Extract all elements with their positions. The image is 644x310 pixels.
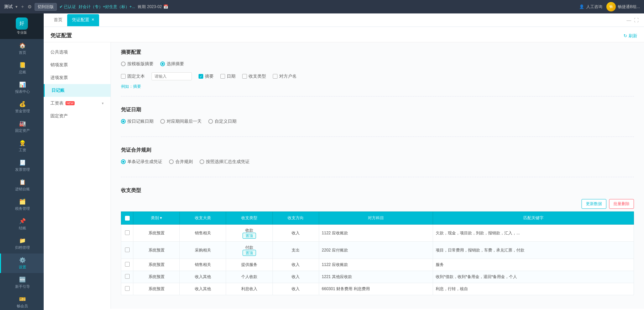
settings-icon: ⚙️ <box>19 257 26 263</box>
fixed-text-input[interactable] <box>152 72 192 80</box>
member-icon: 🎫 <box>19 296 26 302</box>
sidebar-item-tax[interactable]: 🗂️ 税务管理 <box>0 195 44 215</box>
home-icon: 🏠 <box>19 42 26 49</box>
left-nav-journal[interactable]: 日记账 <box>44 84 111 97</box>
sidebar: 好 专业版 🏠 首页 📒 总账 📊 报表中心 💰 资金管理 🏭 固定资产 👷 工… <box>0 13 44 310</box>
sidebar-item-settings[interactable]: ⚙️ 设置 <box>0 254 44 273</box>
example-text: 例如：摘要 <box>121 84 634 89</box>
th-select-all[interactable]: ✓ <box>121 212 133 225</box>
row-checkbox[interactable] <box>121 225 133 242</box>
sidebar-item-archive[interactable]: 📁 归档管理 <box>0 234 44 254</box>
top-tag-button[interactable]: 置顶 <box>243 233 256 239</box>
sidebar-item-label: 税务管理 <box>15 206 30 211</box>
radio-single-record[interactable]: 单条记录生成凭证 <box>121 159 162 165</box>
checkbox-box <box>121 74 126 79</box>
left-nav-sales-invoice[interactable]: 销项发票 <box>44 59 111 71</box>
calendar-icon[interactable]: 📅 <box>163 4 168 9</box>
config-layout: 公共选项 销项发票 进项发票 日记账 工资表 NEW ▾ <box>44 42 644 309</box>
left-nav-fixed-assets[interactable]: 固定资产 <box>44 110 111 122</box>
row-checkbox[interactable] <box>121 283 133 295</box>
table-row: 系统预置 收入其他 利息收入 收入 660301 财务费用 利息费用 利息，行转… <box>121 283 634 295</box>
table-header-row: ✓ 类别 ▾ 收支大类 收支类型 收支方向 对方科目 匹配关键字 <box>121 212 634 225</box>
sidebar-item-fund[interactable]: 💰 资金管理 <box>0 98 44 117</box>
radio-merge-rule[interactable]: 合并规则 <box>169 159 193 165</box>
checkbox-counterparty[interactable]: 对方户名 <box>273 73 297 79</box>
help-btn[interactable]: 👤 人工咨询 <box>579 4 602 10</box>
radio-circle-checked <box>121 159 126 164</box>
sidebar-item-label: 首页 <box>19 50 26 55</box>
switch-version-button[interactable]: 切到旧版 <box>35 3 57 11</box>
td-direction: 收入 <box>272 259 319 271</box>
tab-minimize-button[interactable]: — <box>627 17 631 23</box>
update-data-button[interactable]: 更新数据 <box>582 199 606 209</box>
checkbox-summary[interactable]: ✓ 摘要 <box>199 73 214 79</box>
refresh-button[interactable]: ↻ 刷新 <box>624 33 637 39</box>
checkbox-fixed-text[interactable]: 固定文本 <box>121 73 145 79</box>
service-icon: 👤 <box>579 4 584 9</box>
sidebar-item-fixed-assets[interactable]: 🏭 固定资产 <box>0 117 44 137</box>
radio-custom-date[interactable]: 自定义日期 <box>208 118 237 124</box>
sidebar-item-close-account[interactable]: 📌 结账 <box>0 215 44 234</box>
left-nav-purchase-invoice[interactable]: 进项发票 <box>44 71 111 84</box>
left-nav-payroll[interactable]: 工资表 NEW ▾ <box>44 97 111 110</box>
row-checkbox[interactable] <box>121 259 133 271</box>
tab-voucher-config[interactable]: 凭证配置 ✕ <box>67 14 99 26</box>
sidebar-item-home[interactable]: 🏠 首页 <box>0 39 44 59</box>
summary-radio-group: 按模板版摘要 选择摘要 <box>121 61 634 67</box>
tab-bar: 首页 凭证配置 ✕ — ⛶ <box>44 13 644 27</box>
checkbox-income-type[interactable]: 收支类型 <box>242 73 266 79</box>
th-type: 收支类型 <box>226 212 272 225</box>
fund-icon: 💰 <box>19 101 26 107</box>
dropdown-arrow-icon[interactable]: ▾ <box>15 4 17 9</box>
td-direction: 收入 <box>272 225 319 242</box>
td-type: 收款 置顶 <box>226 225 272 242</box>
tab-close-icon[interactable]: ✕ <box>91 17 94 22</box>
batch-delete-button[interactable]: 批量删除 <box>609 199 634 209</box>
top-tag-button[interactable]: 置顶 <box>243 250 256 256</box>
merge-radio-group: 单条记录生成凭证 合并规则 按照选择汇总生成凭证 <box>121 159 634 165</box>
add-icon[interactable]: ＋ <box>20 4 25 10</box>
logo-text: 专业版 <box>17 30 27 35</box>
tab-maximize-button[interactable]: ⛶ <box>634 17 639 23</box>
sidebar-item-member[interactable]: 🎫 畅会员 <box>0 293 44 310</box>
td-major-type: 销售相关 <box>180 225 226 242</box>
td-category: 系统预置 <box>133 259 180 271</box>
table-row: 系统预置 收入其他 个人收款 收入 1221 其他应收款 收到*借款，收到*备用… <box>121 271 634 283</box>
page-title: 凭证配置 <box>50 32 72 39</box>
row-checkbox[interactable] <box>121 242 133 259</box>
left-nav-public[interactable]: 公共选项 <box>44 46 111 59</box>
radio-template-summary[interactable]: 按模板版摘要 <box>121 61 154 67</box>
td-account: 1122 应收账款 <box>319 259 433 271</box>
sidebar-item-salary[interactable]: 👷 工资 <box>0 137 44 156</box>
table-row: 系统预置 销售相关 提供服务 收入 1122 应收账款 服务 <box>121 259 634 271</box>
sidebar-item-label: 发票管理 <box>15 167 30 172</box>
th-keywords: 匹配关键字 <box>433 212 634 225</box>
tab-home[interactable]: 首页 <box>49 14 67 26</box>
th-category: 类别 ▾ <box>133 212 180 225</box>
sidebar-item-guide[interactable]: 🆕 新手引导 <box>0 273 44 293</box>
user-info[interactable]: 畅 畅捷通B组... <box>606 2 640 11</box>
radio-circle-checked <box>121 119 126 124</box>
sidebar-item-ledger[interactable]: 📒 总账 <box>0 59 44 78</box>
row-checkbox[interactable] <box>121 271 133 283</box>
radio-select-summary[interactable]: 选择摘要 <box>160 61 184 67</box>
radio-journal-date[interactable]: 按日记账日期 <box>121 118 154 124</box>
td-major-type: 销售相关 <box>180 259 226 271</box>
radio-circle <box>169 159 174 164</box>
sidebar-item-reports[interactable]: 📊 报表中心 <box>0 78 44 98</box>
top-bar-right: 👤 人工咨询 畅 畅捷通B组... <box>579 2 640 11</box>
income-expense-section: 收支类型 更新数据 批量删除 ✓ 类别 ▾ <box>121 187 634 295</box>
account-info: 好会计（专）+好生意（标）+... <box>79 4 135 10</box>
td-keywords: 利息，行转，核自 <box>433 283 634 295</box>
sidebar-item-invoice[interactable]: 🧾 发票管理 <box>0 156 44 176</box>
voucher-date-title: 凭证日期 <box>121 107 634 113</box>
sidebar-item-purchase-sales[interactable]: 📋 进销台账 <box>0 176 44 195</box>
settings-icon[interactable]: ⚙ <box>28 4 32 9</box>
radio-aggregate[interactable]: 按照选择汇总生成凭证 <box>200 159 250 165</box>
page-header: 凭证配置 ↻ 刷新 <box>44 27 644 42</box>
sidebar-item-label: 报表中心 <box>15 89 30 94</box>
radio-period-last-day[interactable]: 对应期间最后一天 <box>160 118 202 124</box>
summary-config-section: 摘要配置 按模板版摘要 选择摘要 <box>121 49 634 96</box>
td-account: 2202 应付账款 <box>319 242 433 259</box>
checkbox-date[interactable]: 日期 <box>220 73 235 79</box>
